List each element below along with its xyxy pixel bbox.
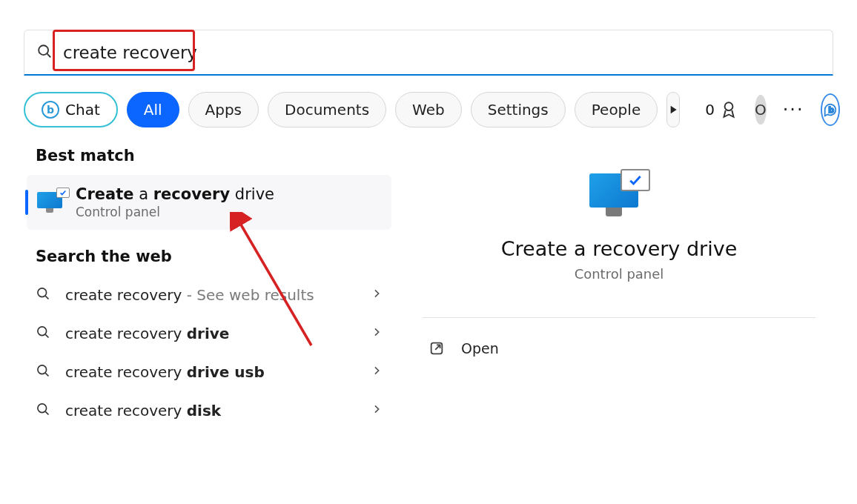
filter-row: b Chat All Apps Documents Web Settings P… <box>24 92 833 127</box>
web-result-row[interactable]: create recovery drive usb <box>24 353 394 391</box>
medal-icon <box>719 100 738 119</box>
bing-b-icon: b <box>42 101 59 119</box>
filter-web[interactable]: Web <box>395 92 462 127</box>
filter-documents[interactable]: Documents <box>268 92 386 127</box>
open-external-icon <box>428 340 445 357</box>
svg-line-1 <box>47 53 51 57</box>
preview-subtitle: Control panel <box>575 266 664 282</box>
bing-chat-icon[interactable]: b <box>821 93 840 126</box>
play-icon <box>667 104 679 116</box>
chat-label: Chat <box>65 101 100 119</box>
web-result-row[interactable]: create recovery drive <box>24 314 394 353</box>
search-input[interactable] <box>63 43 285 62</box>
more-menu[interactable]: ··· <box>783 99 804 120</box>
svg-point-3 <box>725 102 733 110</box>
filter-apps[interactable]: Apps <box>188 92 259 127</box>
chevron-right-icon <box>371 403 383 418</box>
preview-panel: Create a recovery drive Control panel Op… <box>405 141 833 430</box>
svg-point-11 <box>38 404 47 413</box>
best-match-result[interactable]: Create a recovery drive Control panel <box>27 175 391 230</box>
recovery-drive-icon <box>37 192 65 213</box>
web-result-text: create recovery drive <box>65 325 357 342</box>
preview-title: Create a recovery drive <box>501 237 738 260</box>
filter-settings[interactable]: Settings <box>471 92 566 127</box>
search-icon <box>36 325 52 342</box>
web-result-row[interactable]: create recovery disk <box>24 391 394 430</box>
best-match-subtitle: Control panel <box>76 205 380 219</box>
web-result-text: create recovery disk <box>65 402 357 420</box>
best-match-title: Create a recovery drive <box>76 185 380 203</box>
rewards-count: 0 <box>705 101 715 119</box>
preview-icon <box>588 169 650 216</box>
web-result-text: create recovery drive usb <box>65 363 357 381</box>
divider <box>423 317 815 318</box>
search-web-heading: Search the web <box>36 248 394 265</box>
svg-text:b: b <box>828 105 834 115</box>
svg-point-5 <box>38 288 47 297</box>
web-result-text: create recovery - See web results <box>65 286 357 304</box>
filter-all[interactable]: All <box>127 92 179 127</box>
bing-b-icon: b <box>822 102 838 118</box>
svg-point-7 <box>38 327 47 336</box>
chat-chip[interactable]: b Chat <box>24 92 118 127</box>
search-icon <box>36 402 52 420</box>
search-bar[interactable] <box>24 30 833 76</box>
web-result-row[interactable]: create recovery - See web results <box>24 276 394 314</box>
chevron-right-icon <box>371 365 383 379</box>
svg-line-12 <box>45 411 48 414</box>
rewards-counter[interactable]: 0 <box>705 100 738 119</box>
user-avatar[interactable]: O <box>755 95 767 125</box>
svg-marker-2 <box>671 106 677 114</box>
svg-line-6 <box>45 296 48 299</box>
search-icon <box>36 43 53 62</box>
svg-line-8 <box>45 334 48 337</box>
results-left-column: Best match Create a recovery drive Contr… <box>24 141 394 430</box>
svg-line-10 <box>45 373 48 376</box>
search-icon <box>36 286 52 304</box>
best-match-heading: Best match <box>36 147 394 165</box>
filter-more[interactable] <box>666 92 680 127</box>
svg-point-9 <box>38 365 47 374</box>
filter-people[interactable]: People <box>575 92 658 127</box>
chevron-right-icon <box>371 288 383 302</box>
chevron-right-icon <box>371 326 383 341</box>
open-label: Open <box>461 340 499 357</box>
open-action[interactable]: Open <box>423 340 499 357</box>
search-icon <box>36 363 52 381</box>
svg-point-0 <box>39 45 48 55</box>
